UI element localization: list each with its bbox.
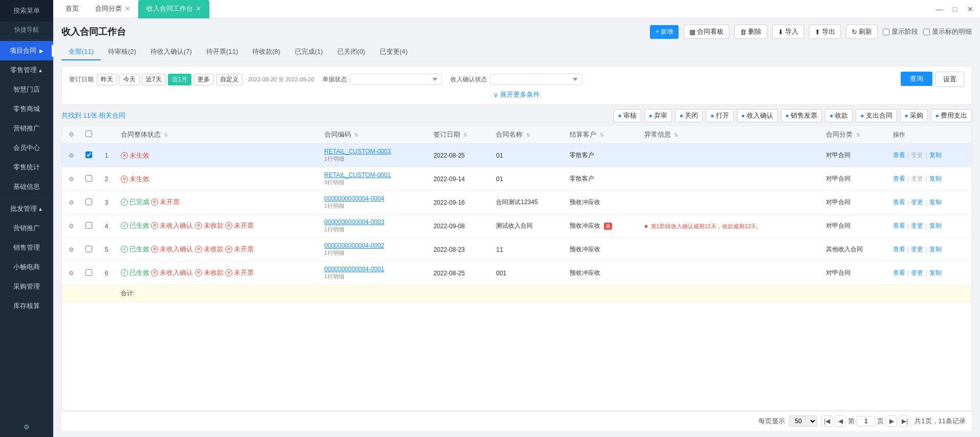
contract-board-button[interactable]: ▦ 合同看板 bbox=[684, 25, 729, 39]
row-checkbox[interactable] bbox=[85, 222, 92, 229]
income-confirm-action-btn[interactable]: ● 收入确认 bbox=[737, 109, 778, 122]
sidebar-item-xiaochang[interactable]: 小畅电商 bbox=[0, 257, 53, 277]
select-all-checkbox[interactable] bbox=[85, 130, 92, 137]
payment-action-btn[interactable]: ● 收款 bbox=[825, 109, 853, 122]
settings-button[interactable]: 设置 bbox=[935, 72, 964, 87]
page-first-btn[interactable]: |◀ bbox=[821, 416, 833, 427]
row-gear[interactable]: ⚙ bbox=[62, 238, 80, 261]
sidebar-item-base-info[interactable]: 基础信息 bbox=[0, 177, 53, 196]
sidebar-item-project-contract[interactable]: 项目合同 ▶ bbox=[0, 41, 53, 60]
copy-btn[interactable]: 复制 bbox=[929, 269, 942, 277]
page-prev-btn[interactable]: ◀ bbox=[835, 416, 846, 427]
view-btn[interactable]: 查看 bbox=[893, 174, 905, 183]
page-last-btn[interactable]: ▶| bbox=[899, 416, 910, 427]
sidebar-item-retail-mall[interactable]: 零售商城 bbox=[0, 99, 53, 119]
sidebar-search[interactable]: 搜索菜单 bbox=[0, 0, 53, 21]
filter-tab-changed[interactable]: 已变更(4) bbox=[373, 44, 415, 60]
maximize-button[interactable]: □ bbox=[949, 4, 961, 15]
tab-home[interactable]: 首页 bbox=[57, 0, 87, 18]
contract-code-link[interactable]: 0000000000004-0001 bbox=[324, 266, 384, 273]
tab-income-workbench[interactable]: 收入合同工作台 ✕ bbox=[138, 0, 209, 18]
expand-conditions-button[interactable]: ∨ 展开更多条件 bbox=[69, 90, 964, 99]
col-overall-status[interactable]: 合同整体状态 ⇅ bbox=[116, 126, 319, 144]
view-btn[interactable]: 查看 bbox=[893, 198, 905, 207]
row-gear[interactable]: ⚙ bbox=[62, 191, 80, 214]
filter-tab-pending-payment[interactable]: 待收款(8) bbox=[245, 44, 288, 60]
change-btn[interactable]: 变更 bbox=[911, 269, 923, 277]
sales-invoice-action-btn[interactable]: ● 销售发票 bbox=[781, 109, 822, 122]
query-button[interactable]: 查询 bbox=[901, 72, 932, 86]
add-button[interactable]: + 新增 bbox=[650, 25, 679, 39]
contract-code-link[interactable]: RETAIL_CUSTOM-0003 bbox=[324, 148, 391, 155]
sidebar-item-retail-stats[interactable]: 零售统计 bbox=[0, 158, 53, 177]
copy-btn[interactable]: 复制 bbox=[929, 198, 942, 207]
col-exception[interactable]: 异常信息 ⇅ bbox=[639, 126, 821, 144]
col-sign-date[interactable]: 签订日期 ⇅ bbox=[428, 126, 491, 144]
sidebar-item-retail-mgmt[interactable]: 零售管理 ▲ bbox=[0, 60, 53, 80]
sidebar-settings[interactable]: ⚙ bbox=[0, 417, 53, 437]
export-button[interactable]: ⬆ 导出 bbox=[809, 25, 841, 39]
refresh-button[interactable]: ↻ 刷新 bbox=[846, 25, 878, 39]
sidebar-item-member-center[interactable]: 会员中心 bbox=[0, 138, 53, 158]
copy-btn[interactable]: 复制 bbox=[929, 174, 942, 183]
sidebar-item-marketing2[interactable]: 营销推广 bbox=[0, 218, 53, 238]
income-confirm-select[interactable] bbox=[490, 74, 582, 85]
out-contract-action-btn[interactable]: ● 支出合同 bbox=[856, 109, 897, 122]
row-checkbox[interactable] bbox=[85, 269, 92, 276]
date-btn-7days[interactable]: 近7天 bbox=[142, 74, 166, 85]
col-name[interactable]: 合同名称 ⇅ bbox=[491, 126, 564, 144]
page-next-btn[interactable]: ▶ bbox=[886, 416, 897, 427]
copy-btn[interactable]: 复制 bbox=[929, 245, 942, 254]
tab-contract-category[interactable]: 合同分类 ✕ bbox=[87, 0, 138, 18]
show-stage-checkbox[interactable]: 显示阶段 bbox=[883, 27, 918, 36]
sidebar-item-inventory[interactable]: 库存核算 bbox=[0, 296, 53, 316]
copy-btn[interactable]: 复制 bbox=[929, 222, 942, 230]
row-gear[interactable]: ⚙ bbox=[62, 214, 80, 238]
change-btn[interactable]: 变更 bbox=[911, 151, 923, 160]
close-button[interactable]: ✕ bbox=[965, 4, 976, 15]
filter-tab-all[interactable]: 全部(11) bbox=[61, 44, 101, 60]
contract-code-link[interactable]: 0000000000004-0004 bbox=[324, 195, 384, 202]
row-checkbox[interactable] bbox=[85, 199, 92, 205]
change-btn[interactable]: 变更 bbox=[911, 245, 923, 254]
sidebar-quick-nav[interactable]: 快捷导航 bbox=[0, 21, 53, 38]
abandon-action-btn[interactable]: ● 弃审 bbox=[644, 109, 672, 122]
show-stage-input[interactable] bbox=[883, 29, 889, 35]
tab-contract-category-close[interactable]: ✕ bbox=[125, 5, 130, 12]
view-btn[interactable]: 查看 bbox=[893, 151, 905, 160]
sidebar-item-purchase-mgmt[interactable]: 采购管理 bbox=[0, 277, 53, 296]
tab-income-workbench-close[interactable]: ✕ bbox=[196, 5, 201, 12]
page-number-input[interactable] bbox=[857, 416, 875, 426]
date-btn-more[interactable]: 更多 bbox=[193, 74, 214, 85]
expense-action-btn[interactable]: ● 费用支出 bbox=[931, 109, 972, 122]
date-btn-custom[interactable]: 自定义 bbox=[216, 74, 243, 85]
page-size-select[interactable]: 50 10 20 100 bbox=[789, 416, 817, 427]
date-btn-1month[interactable]: 近1月 bbox=[168, 74, 192, 85]
col-customer[interactable]: 结算客户 ⇅ bbox=[564, 126, 639, 144]
purchase-action-btn[interactable]: ● 采购 bbox=[900, 109, 928, 122]
sidebar-item-smart-store[interactable]: 智慧门店 bbox=[0, 80, 53, 99]
sidebar-item-sales-mgmt[interactable]: 销售管理 bbox=[0, 238, 53, 257]
row-checkbox[interactable] bbox=[85, 151, 92, 158]
view-btn[interactable]: 查看 bbox=[893, 269, 905, 277]
col-category[interactable]: 合同分类 ⇅ bbox=[821, 126, 888, 144]
change-btn[interactable]: 变更 bbox=[911, 222, 923, 230]
filter-tab-closed[interactable]: 已关闭(0) bbox=[330, 44, 373, 60]
row-checkbox[interactable] bbox=[85, 175, 92, 182]
contract-code-link[interactable]: RETAIL_CUSTOM-0001 bbox=[324, 171, 391, 179]
change-btn[interactable]: 变更 bbox=[911, 198, 923, 207]
import-button[interactable]: ⬇ 导入 bbox=[772, 25, 804, 39]
change-btn[interactable]: 变更 bbox=[911, 174, 923, 183]
contract-code-link[interactable]: 0000000000004-0002 bbox=[324, 242, 384, 249]
row-gear[interactable]: ⚙ bbox=[62, 144, 80, 167]
show-detail-checkbox[interactable]: 显示标的明细 bbox=[923, 27, 972, 36]
filter-tab-pending-income-confirm[interactable]: 待收入确认(7) bbox=[143, 44, 199, 60]
copy-btn[interactable]: 复制 bbox=[929, 151, 942, 160]
row-checkbox[interactable] bbox=[85, 246, 92, 252]
date-btn-today[interactable]: 今天 bbox=[119, 74, 140, 85]
view-btn[interactable]: 查看 bbox=[893, 222, 905, 230]
view-btn[interactable]: 查看 bbox=[893, 245, 905, 254]
show-detail-input[interactable] bbox=[923, 29, 930, 35]
minimize-button[interactable]: — bbox=[934, 4, 945, 15]
row-gear[interactable]: ⚙ bbox=[62, 261, 80, 285]
